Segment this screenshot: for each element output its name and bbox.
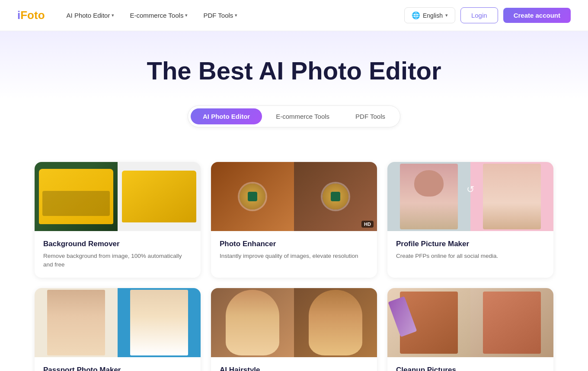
passport-person-after [130, 290, 188, 355]
hero-title: The Best AI Photo Editor [9, 57, 579, 85]
card-image-profile-picture: ↺ [387, 162, 553, 231]
chevron-down-icon: ▾ [445, 13, 448, 18]
card-image-cleanup [387, 288, 553, 357]
nav-pdf-tools[interactable]: PDF Tools ▾ [197, 8, 243, 22]
card-content-photo-enhancer: Photo Enhancer Instantly improve quality… [211, 231, 377, 269]
card-title-photo-enhancer: Photo Enhancer [220, 240, 368, 248]
header-left: iFoto AI Photo Editor ▾ E-commerce Tools… [17, 8, 243, 22]
card-title-background-remover: Background Remover [43, 240, 192, 248]
tabs-container: AI Photo Editor E-commerce Tools PDF Too… [188, 105, 400, 127]
create-account-button[interactable]: Create account [503, 8, 571, 23]
nav-pdf-label: PDF Tools [203, 12, 233, 19]
card-background-remover[interactable]: Background Remover Remove background fro… [35, 162, 201, 278]
card-image-ai-hairstyle [211, 288, 377, 357]
header-right: 🌐 English ▾ Login Create account [404, 7, 571, 23]
language-selector[interactable]: 🌐 English ▾ [404, 7, 455, 23]
card-content-ai-hairstyle: AI Hairstyle Try on virtual hairstyles w… [211, 357, 377, 371]
image-panel-earring-after: HD [294, 162, 377, 231]
passport-person-before [47, 290, 105, 355]
card-image-background-remover [35, 162, 201, 231]
card-image-passport-photo [35, 288, 201, 357]
card-title-ai-hairstyle: AI Hairstyle [220, 366, 368, 371]
image-panel-earring-before [211, 162, 294, 231]
language-label: English [423, 12, 443, 19]
card-image-photo-enhancer: HD [211, 162, 377, 231]
nav-ai-photo-editor-label: AI Photo Editor [67, 12, 110, 19]
card-cleanup-pictures[interactable]: Cleanup Pictures Remove unwanted objects… [387, 288, 553, 371]
card-content-background-remover: Background Remover Remove background fro… [35, 231, 201, 278]
image-panel-passport-after [118, 288, 201, 357]
chevron-down-icon: ▾ [185, 13, 188, 18]
image-panel-profile-after [470, 162, 553, 231]
tab-ecommerce-tools[interactable]: E-commerce Tools [264, 108, 342, 124]
image-panel-profile-before [387, 162, 470, 231]
tab-ai-photo-editor-label: AI Photo Editor [203, 113, 250, 120]
jacket-after [483, 292, 541, 354]
image-panel-cleanup-after [470, 288, 553, 357]
nav-ai-photo-editor[interactable]: AI Photo Editor ▾ [61, 8, 121, 22]
card-content-cleanup: Cleanup Pictures Remove unwanted objects… [387, 357, 553, 371]
card-profile-picture-maker[interactable]: ↺ Profile Picture Maker Create PFPs onli… [387, 162, 553, 278]
tab-ai-photo-editor[interactable]: AI Photo Editor [191, 108, 262, 124]
swap-arrow-icon: ↺ [467, 184, 474, 195]
car-after [122, 171, 197, 222]
nav-ecommerce-label: E-commerce Tools [130, 12, 183, 19]
chevron-down-icon: ▾ [235, 13, 237, 18]
car-before [39, 169, 114, 224]
card-ai-hairstyle[interactable]: AI Hairstyle Try on virtual hairstyles w… [211, 288, 377, 371]
login-button[interactable]: Login [460, 7, 498, 23]
tab-ecommerce-label: E-commerce Tools [276, 113, 329, 120]
tab-pdf-label: PDF Tools [355, 113, 385, 120]
profile-person-after [483, 164, 541, 229]
card-desc-background-remover: Remove background from image, 100% autom… [43, 252, 192, 270]
logo[interactable]: iFoto [17, 9, 45, 22]
earring-before [240, 184, 265, 209]
card-photo-enhancer[interactable]: HD Photo Enhancer Instantly improve qual… [211, 162, 377, 278]
cards-grid: Background Remover Remove background fro… [35, 162, 553, 371]
jacket-before [400, 292, 458, 354]
profile-person-before [400, 164, 458, 229]
image-panel-hair-after [294, 288, 377, 357]
card-desc-profile-picture: Create PFPs online for all social media. [396, 252, 545, 260]
image-panel-cleanup-before [387, 288, 470, 357]
card-title-passport-photo: Passport Photo Maker [43, 366, 192, 371]
tab-pdf-tools[interactable]: PDF Tools [343, 108, 397, 124]
hero-section: The Best AI Photo Editor AI Photo Editor… [0, 31, 588, 145]
image-panel-car-after [118, 162, 201, 231]
image-panel-passport-before [35, 288, 118, 357]
card-desc-photo-enhancer: Instantly improve quality of images, ele… [220, 252, 368, 260]
hd-badge: HD [361, 221, 374, 228]
earring-after [323, 184, 348, 209]
image-panel-hair-before [211, 288, 294, 357]
chevron-down-icon: ▾ [112, 13, 114, 18]
purple-swipe [388, 296, 417, 337]
logo-foto: Foto [20, 9, 45, 22]
header: iFoto AI Photo Editor ▾ E-commerce Tools… [0, 0, 588, 31]
card-title-profile-picture: Profile Picture Maker [396, 240, 545, 248]
hair-person-before [226, 290, 280, 355]
card-passport-photo-maker[interactable]: Passport Photo Maker Create passport pho… [35, 288, 201, 371]
nav-ecommerce-tools[interactable]: E-commerce Tools ▾ [124, 8, 194, 22]
hair-person-after [309, 290, 363, 355]
nav: AI Photo Editor ▾ E-commerce Tools ▾ PDF… [61, 8, 244, 22]
globe-icon: 🌐 [412, 11, 420, 19]
card-content-profile-picture: Profile Picture Maker Create PFPs online… [387, 231, 553, 269]
card-content-passport-photo: Passport Photo Maker Create passport pho… [35, 357, 201, 371]
cards-section: Background Remover Remove background fro… [0, 145, 588, 371]
image-panel-car-before [35, 162, 118, 231]
card-title-cleanup: Cleanup Pictures [396, 366, 545, 371]
